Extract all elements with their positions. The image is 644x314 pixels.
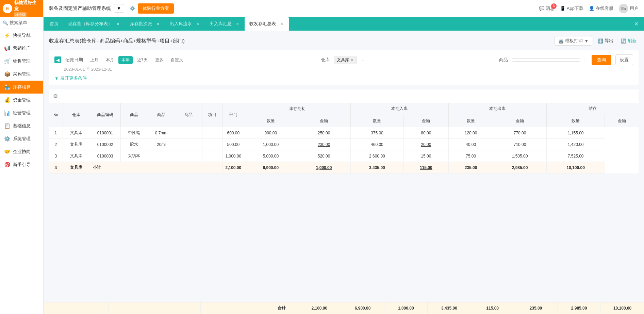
subtotal-in-amt: 3,435.00 — [350, 162, 403, 173]
tab-home[interactable]: 首页 — [45, 17, 63, 31]
data-table-section: ⚙ № 仓库 商品编码 商品 商品 商品 项目 部门 库存期初 — [49, 89, 639, 173]
total-closing-amt: 10,100.00 — [601, 302, 644, 314]
tab-inout-summary-label: 出入库汇总 — [210, 21, 232, 27]
page-actions: 🖨️ 模板打印 ▼ ⬇️ 导出 🔄 刷新 — [555, 36, 639, 46]
table-settings-icon[interactable]: ⚙ — [53, 93, 58, 99]
date-btn-more[interactable]: 更多 — [152, 56, 166, 64]
subtotal-opening-amt: 6,900.00 — [244, 162, 297, 173]
cell-out-qty[interactable]: 15.00 — [404, 150, 449, 162]
cell-out-qty[interactable]: 20.00 — [404, 139, 449, 150]
tab-inout-flow-label: 出入库流水 — [170, 21, 192, 27]
sidebar-item-label: 资金管理 — [13, 97, 31, 103]
cell-name: 胶水 — [120, 139, 148, 150]
cell-opening-qty: 1,000.00 — [222, 150, 244, 162]
gear-settings[interactable]: ⚙️ — [130, 6, 135, 11]
th-name1: 商品 — [120, 103, 148, 127]
sidebar-search[interactable]: 🔍 搜索菜单 — [0, 17, 43, 29]
cell-in-qty[interactable]: 250.00 — [297, 127, 350, 139]
sidebar-item-quick-nav[interactable]: ⚡ 快捷导航 — [0, 29, 43, 42]
tab-inout-flow-close[interactable]: ✕ — [195, 21, 200, 26]
cell-dept — [202, 139, 222, 150]
cell-code: 0100003 — [90, 150, 120, 162]
warehouse-more[interactable]: ... — [361, 57, 364, 62]
expand-icon: ▼ — [54, 76, 59, 81]
tab-inout-flow[interactable]: 出入库流水 ✕ — [165, 17, 205, 31]
tab-recv-send-close[interactable]: ✕ — [279, 21, 284, 26]
th-code: 商品编码 — [90, 103, 120, 127]
tab-inventory-dist-label: 现存量（库存分布表） — [68, 21, 112, 27]
tab-recv-send-summary[interactable]: 收发存汇总表 ✕ — [245, 17, 289, 31]
print-icon: 🖨️ — [558, 38, 564, 44]
tab-bar-close-all[interactable]: ✕ — [630, 21, 643, 27]
total-spacer2 — [157, 302, 200, 314]
date-btn-7days[interactable]: 近7天 — [134, 56, 151, 64]
tab-batch[interactable]: 库存批次账 ✕ — [125, 17, 165, 31]
date-btn-last-month[interactable]: 上月 — [87, 56, 101, 64]
experience-btn[interactable]: 体验行业方案 — [138, 3, 174, 14]
system-icon: ⚙️ — [4, 136, 10, 142]
cell-opening-amt: 900.00 — [244, 127, 297, 139]
sales-icon: 🛒 — [4, 58, 10, 64]
online-service-btn[interactable]: 👤 在线客服 — [589, 5, 613, 12]
subtotal-out-qty[interactable]: 115.00 — [404, 162, 449, 173]
cell-in-qty[interactable]: 230.00 — [297, 139, 350, 150]
sidebar-item-label: 新手引导 — [13, 162, 31, 168]
sidebar-item-base-info[interactable]: 📋 基础信息 — [0, 119, 43, 132]
date-label: 记账日期 — [65, 57, 83, 63]
cell-closing-amt: 1,155.00 — [546, 127, 605, 139]
tab-inventory-dist-close[interactable]: ✕ — [116, 21, 120, 26]
th-group-in: 本期入库 — [350, 103, 448, 115]
cell-in-qty[interactable]: 520.00 — [297, 150, 350, 162]
query-btn[interactable]: 查询 — [592, 55, 611, 65]
filter-toggle-btn[interactable]: ◀ — [54, 56, 61, 63]
base-info-icon: 📋 — [4, 123, 10, 129]
tab-inout-summary-close[interactable]: ✕ — [235, 21, 240, 26]
sidebar-item-sales[interactable]: 🛒 销售管理 — [0, 55, 43, 68]
sidebar-item-business[interactable]: 📊 经营管理 — [0, 106, 43, 119]
tab-inout-summary[interactable]: 出入库汇总 ✕ — [205, 17, 245, 31]
messages-btn[interactable]: 💬 消息 6 — [539, 5, 555, 12]
th-out-amt: 金额 — [493, 115, 546, 127]
expand-more-btn[interactable]: ▼ 展开更多条件 — [54, 75, 633, 81]
total-out-amt: 235.00 — [514, 302, 557, 314]
sidebar-item-guide[interactable]: 🎯 新手引导 — [0, 158, 43, 171]
sidebar-item-inventory[interactable]: 🏪 库存核算 — [0, 81, 43, 94]
cell-spec: 0.7mm — [148, 127, 175, 139]
th-name3: 商品 — [175, 103, 202, 127]
date-btn-this-month[interactable]: 本月 — [103, 56, 117, 64]
tab-home-label: 首页 — [50, 21, 59, 27]
subtotal-in-qty[interactable]: 1,000.00 — [297, 162, 350, 173]
refresh-btn[interactable]: 🔄 刷新 — [619, 36, 639, 45]
print-btn[interactable]: 🖨️ 模板打印 ▼ — [555, 36, 592, 46]
cell-out-qty[interactable]: 80.00 — [404, 127, 449, 139]
total-spacer1 — [109, 302, 157, 314]
tab-inventory-dist[interactable]: 现存量（库存分布表） ✕ — [63, 17, 125, 31]
cell-warehouse: 文具库 — [63, 139, 90, 150]
goods-input[interactable] — [512, 58, 580, 62]
sidebar-item-marketing[interactable]: 📢 营销推广 — [0, 42, 43, 55]
filter-row-1: ◀ 记账日期 上月 本月 本年 近7天 更多 自定义 仓库 文具库 — [54, 54, 633, 65]
warehouse-tag-close[interactable]: ✕ — [350, 58, 353, 62]
sidebar-item-system[interactable]: ⚙️ 系统管理 — [0, 132, 43, 145]
th-warehouse: 仓库 — [63, 103, 90, 127]
tab-batch-close[interactable]: ✕ — [155, 21, 160, 26]
cell-in-amt: 375.00 — [350, 127, 403, 139]
cell-in-amt: 460.00 — [350, 139, 403, 150]
settings-btn[interactable]: 设置 — [615, 54, 633, 65]
header-right: 💬 消息 6 📱 App下载 👤 在线客服 Ea 用户 — [539, 4, 639, 13]
app-download-btn[interactable]: 📱 App下载 — [560, 5, 583, 12]
goods-more[interactable]: ... — [584, 57, 588, 62]
total-label-text: 合计 — [265, 302, 298, 314]
data-table: № 仓库 商品编码 商品 商品 商品 项目 部门 库存期初 本期入库 本期出库 … — [49, 103, 639, 173]
date-btn-custom[interactable]: 自定义 — [168, 56, 186, 64]
refresh-icon: 🔄 — [621, 38, 626, 44]
user-menu[interactable]: Ea 用户 — [619, 4, 639, 13]
system-dropdown[interactable]: ▼ — [114, 4, 124, 13]
export-btn[interactable]: ⬇️ 导出 — [596, 36, 615, 45]
sidebar-item-enterprise[interactable]: 🤝 企业协同 — [0, 145, 43, 158]
date-btn-this-year[interactable]: 本年 — [118, 56, 133, 64]
sidebar-item-label: 营销推广 — [13, 45, 31, 51]
sidebar-item-finance[interactable]: 💰 资金管理 — [0, 94, 43, 106]
expand-label: 展开更多条件 — [60, 75, 87, 81]
sidebar-item-purchase[interactable]: 📦 采购管理 — [0, 68, 43, 81]
